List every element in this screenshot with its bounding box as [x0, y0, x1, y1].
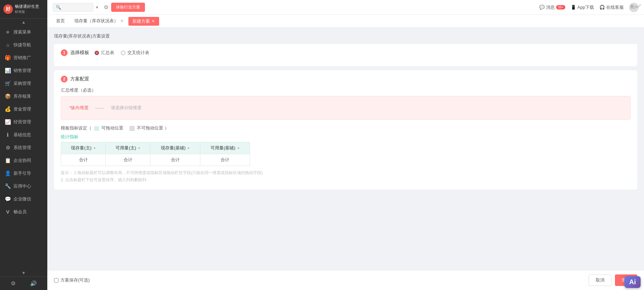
topbar: 🔍 ▾ ⚙ 体验行业方案 💬 消息 99+ 📱 App下载 🎧 在线客服 用户 [47, 0, 644, 15]
sidebar-item-purchase[interactable]: 🛒 采购管理 [0, 77, 47, 90]
tab-new-close[interactable]: ✕ [151, 19, 155, 24]
section1-header: 1 选择模板 汇总表 交叉统计表 [61, 49, 630, 56]
nodrag-legend-label: 不可拖动位置 [137, 125, 163, 130]
indicator-label-suffix: ） [165, 125, 169, 130]
sidebar-item-quicknav[interactable]: ⌂ 快捷导航 [0, 39, 47, 51]
expand-panel-icon[interactable]: ⤢ [637, 3, 641, 9]
tips-area: 提示： 1.拖动标题栏可以调整布局，不可跨维度或指标区域拖动栏目字段(只能在同一… [61, 170, 630, 183]
headset-icon: 🎧 [599, 5, 605, 10]
message-label: 消息 [546, 4, 555, 10]
cell-2: 合计 [106, 154, 150, 166]
home-icon: ⌂ [5, 42, 11, 48]
customer-service-label: 在线客服 [606, 4, 624, 10]
settings-icon[interactable]: ⚙ [104, 4, 108, 10]
dimension-area[interactable]: *纵向维度 —— 请选择分组维度 [61, 96, 630, 120]
sidebar-item-guide[interactable]: 👤 新手引导 [0, 167, 47, 180]
tab-home[interactable]: 首页 [51, 15, 70, 27]
sidebar-item-label: 企业微信 [14, 196, 31, 202]
tab-inventory-close[interactable]: ✕ [120, 19, 124, 23]
sidebar-item-collab[interactable]: 📋 企业协同 [0, 154, 47, 167]
sidebar-item-label: 基础信息 [14, 132, 31, 138]
message-badge: 99+ [556, 5, 565, 9]
page-title: 现存量(库存状况表)方案设置 [54, 33, 637, 39]
chart-icon: 📊 [5, 68, 11, 74]
radio-summary[interactable]: 汇总表 [95, 50, 114, 56]
save-checkbox-label: 方案保存(可选) [60, 277, 90, 283]
sidebar-item-member[interactable]: V 畅会员 [0, 206, 47, 218]
sidebar-scroll-down[interactable]: ▼ [0, 269, 47, 276]
nodrag-legend-box [130, 126, 134, 131]
tip-1: 提示： 1.拖动标题栏可以调整布局，不可跨维度或指标区域拖动栏目字段(只能在同一… [61, 170, 630, 176]
wechat-icon: 💬 [5, 196, 11, 202]
sidebar-item-apps[interactable]: 🔧 应用中心 [0, 180, 47, 193]
search-input[interactable] [63, 5, 90, 10]
tab-home-label: 首页 [56, 18, 65, 24]
draggable-legend-label: 可拖动位置 [101, 125, 123, 130]
aggregate-label: 汇总维度（必选） [61, 87, 630, 93]
user-icon: 👤 [5, 170, 11, 176]
search-box[interactable]: 🔍 [53, 3, 93, 11]
section2-header: 2 方案配置 [61, 76, 630, 82]
message-icon: 💬 [539, 5, 545, 10]
col-header-2[interactable]: 可用量(主) ▾ [106, 142, 150, 154]
save-checkbox-input[interactable] [54, 278, 58, 283]
save-checkbox[interactable]: 方案保存(可选) [54, 277, 90, 283]
tools-icon: 🔧 [5, 183, 11, 189]
tab-inventory[interactable]: 现存量（库存状况表） ✕ [70, 15, 128, 27]
member-icon: V [5, 209, 11, 215]
topbar-right: 💬 消息 99+ 📱 App下载 🎧 在线客服 用户 [539, 3, 639, 12]
sidebar-item-label: 库存核算 [14, 93, 31, 99]
tip-2: 2. 点击标题栏下拉可设置排序、插入列和删除列 [61, 177, 630, 183]
cancel-button[interactable]: 取消 [589, 274, 612, 286]
dim-placeholder: 请选择分组维度 [111, 105, 142, 111]
sidebar-item-basics[interactable]: ℹ 基础信息 [0, 128, 47, 141]
app-download-button[interactable]: 📱 App下载 [571, 4, 594, 10]
customer-service-button[interactable]: 🎧 在线客服 [599, 4, 624, 10]
cell-3: 合计 [150, 154, 200, 166]
sidebar-scroll-up[interactable]: ▲ [0, 19, 47, 26]
industry-solution-button[interactable]: 体验行业方案 [111, 3, 145, 12]
col2-label: 可用量(主) [116, 145, 136, 151]
col-header-3[interactable]: 现存量(基辅) ▾ [150, 142, 200, 154]
radio-summary-input[interactable] [95, 51, 99, 55]
dropdown-icon[interactable]: ▾ [96, 5, 98, 10]
col-header-4[interactable]: 可用量(基辅) ▾ [200, 142, 250, 154]
tab-new-label: 新建方案 [132, 18, 150, 24]
phone-icon: 📱 [571, 5, 576, 10]
radio-cross-label: 交叉统计表 [127, 50, 149, 56]
col4-chevron[interactable]: ▾ [238, 146, 240, 150]
sidebar-item-finance[interactable]: 💰 资金管理 [0, 103, 47, 116]
sidebar-item-label: 搜索菜单 [14, 29, 31, 35]
settings-icon[interactable]: ⚙ [11, 280, 16, 287]
collab-icon: 📋 [5, 158, 11, 164]
sidebar-item-management[interactable]: 📈 经营管理 [0, 116, 47, 128]
close-panel-icon[interactable]: ✕ [630, 3, 634, 9]
col4-label: 可用量(基辅) [210, 145, 236, 151]
sidebar-item-inventory[interactable]: 📦 库存核算 [0, 90, 47, 103]
tab-new-plan[interactable]: 新建方案 ✕ [128, 17, 159, 26]
search-icon: 🔍 [56, 5, 61, 10]
sidebar-item-label: 资金管理 [14, 106, 31, 112]
sidebar-item-marketing[interactable]: 🎁 营销推广 [0, 51, 47, 64]
col3-chevron[interactable]: ▾ [188, 146, 190, 150]
sidebar-menu: ≡ 搜索菜单 ⌂ 快捷导航 🎁 营销推广 📊 销售管理 🛒 采购管理 📦 库存核… [0, 26, 47, 269]
section1-title: 选择模板 [70, 50, 89, 56]
logo-icon: 好 [3, 4, 13, 14]
col1-chevron[interactable]: ▾ [94, 146, 96, 150]
tabs-bar: 首页 现存量（库存状况表） ✕ 新建方案 ✕ ✕ ⤢ [47, 15, 644, 28]
ai-badge[interactable]: Ai [624, 276, 641, 288]
message-button[interactable]: 💬 消息 99+ [539, 4, 565, 10]
section1-num: 1 [61, 49, 68, 56]
radio-cross-input[interactable] [121, 51, 125, 55]
trend-icon: 📈 [5, 119, 11, 125]
topbar-left: 🔍 ▾ ⚙ 体验行业方案 [53, 3, 145, 12]
sidebar-item-wechat[interactable]: 💬 企业微信 [0, 193, 47, 206]
col-header-1[interactable]: 现存量(主) ▾ [61, 142, 106, 154]
radio-cross[interactable]: 交叉统计表 [121, 50, 149, 56]
money-icon: 💰 [5, 106, 11, 112]
col2-chevron[interactable]: ▾ [138, 146, 140, 150]
sidebar-item-search[interactable]: ≡ 搜索菜单 [0, 26, 47, 39]
sidebar-item-system[interactable]: ⚙ 系统管理 [0, 141, 47, 154]
sidebar-item-sales[interactable]: 📊 销售管理 [0, 64, 47, 77]
sound-icon[interactable]: 🔊 [30, 280, 37, 287]
